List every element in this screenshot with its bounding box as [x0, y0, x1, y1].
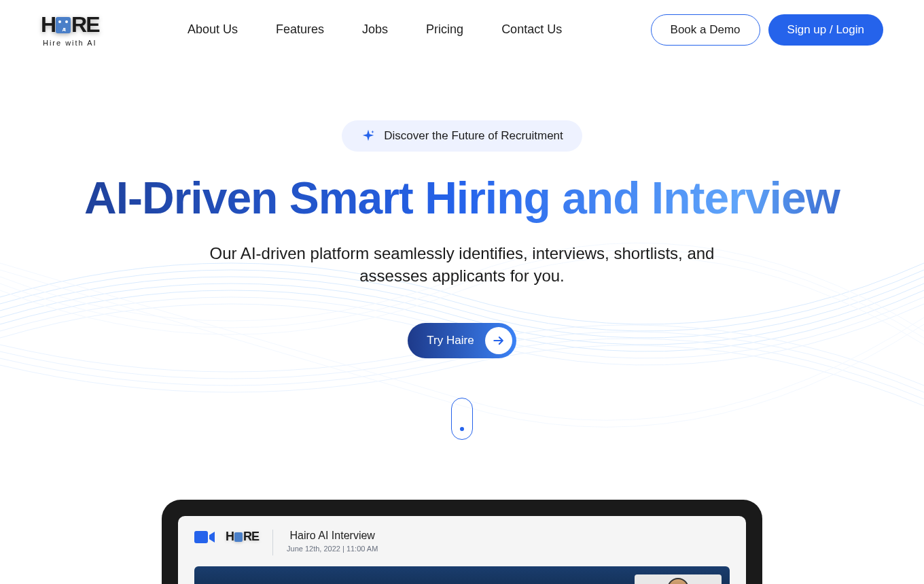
hero-badge: Discover the Future of Recruitment: [342, 120, 582, 152]
header-actions: Book a Demo Sign up / Login: [651, 14, 883, 46]
header: H AI RE Hire with AI About Us Features J…: [0, 0, 924, 59]
nav-link-pricing[interactable]: Pricing: [426, 22, 463, 37]
sparkle-icon: [361, 128, 376, 143]
nav-link-about[interactable]: About Us: [188, 22, 238, 37]
try-haire-button[interactable]: Try Haire: [408, 323, 516, 358]
logo[interactable]: H AI RE Hire with AI: [41, 12, 99, 47]
person-avatar-icon: [667, 578, 689, 584]
hero-content: Discover the Future of Recruitment AI-Dr…: [0, 120, 924, 440]
screen-header: H RE Hairo AI Interview June 12th, 2022 …: [194, 530, 730, 555]
nav-link-jobs[interactable]: Jobs: [362, 22, 388, 37]
logo-ai-box-icon: AI: [56, 17, 71, 33]
logo-tagline: Hire with AI: [43, 39, 97, 47]
badge-text: Discover the Future of Recruitment: [384, 129, 563, 143]
screen-logo-prefix: H: [226, 530, 234, 544]
device-frame: H RE Hairo AI Interview June 12th, 2022 …: [162, 500, 762, 584]
main-nav: About Us Features Jobs Pricing Contact U…: [188, 22, 562, 37]
cta-label: Try Haire: [427, 334, 474, 347]
arrow-right-icon: [492, 334, 505, 347]
book-demo-button[interactable]: Book a Demo: [651, 14, 760, 46]
screen-logo-suffix: RE: [243, 530, 259, 544]
nav-link-contact[interactable]: Contact Us: [501, 22, 562, 37]
signup-login-button[interactable]: Sign up / Login: [768, 14, 883, 46]
video-camera-icon: [194, 530, 215, 545]
hero-subtitle: Our AI-driven platform seamlessly identi…: [204, 242, 720, 288]
interview-title: Hairo AI Interview: [287, 530, 378, 542]
logo-suffix: RE: [71, 12, 99, 37]
device-screen: H RE Hairo AI Interview June 12th, 2022 …: [178, 516, 746, 584]
interview-date: June 12th, 2022 | 11:00 AM: [287, 545, 378, 553]
screen-pip: [635, 574, 722, 584]
screen-divider: [272, 530, 273, 555]
scroll-indicator[interactable]: [451, 398, 473, 440]
scroll-dot-icon: [460, 427, 464, 431]
hero-section: Discover the Future of Recruitment AI-Dr…: [0, 59, 924, 584]
cta-circle: [485, 327, 512, 354]
nav-link-features[interactable]: Features: [276, 22, 324, 37]
screen-logo-group: H RE: [194, 530, 259, 545]
screen-title-block: Hairo AI Interview June 12th, 2022 | 11:…: [287, 530, 378, 553]
screen-logo-box-icon: [234, 532, 243, 542]
screen-hire-logo: H RE: [226, 530, 259, 544]
device-section: H RE Hairo AI Interview June 12th, 2022 …: [0, 500, 924, 584]
hero-title: AI-Driven Smart Hiring and Interview: [0, 173, 924, 223]
screen-video-area: [194, 566, 730, 584]
logo-main: H AI RE: [41, 12, 99, 37]
svg-rect-1: [194, 531, 208, 543]
logo-prefix: H: [41, 12, 55, 37]
